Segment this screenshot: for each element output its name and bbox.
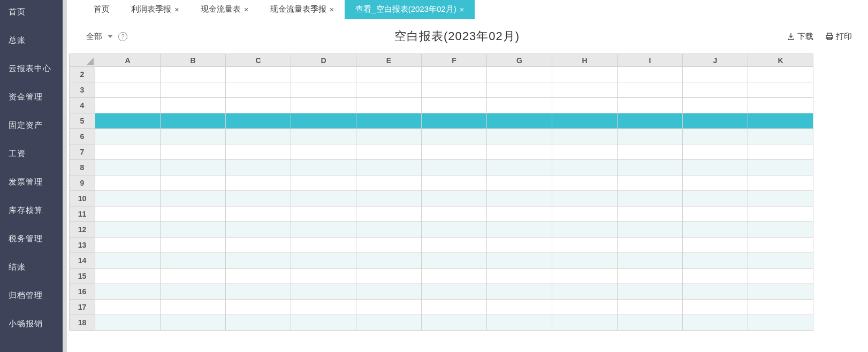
select-all-corner[interactable] bbox=[70, 54, 95, 67]
cell[interactable] bbox=[618, 222, 683, 238]
cell[interactable] bbox=[226, 269, 291, 284]
cell[interactable] bbox=[683, 160, 748, 175]
cell[interactable] bbox=[618, 129, 683, 144]
cell[interactable] bbox=[618, 160, 683, 175]
sidebar-item-funds[interactable]: 资金管理 bbox=[0, 83, 67, 111]
cell[interactable] bbox=[161, 253, 226, 269]
cell[interactable] bbox=[161, 222, 226, 238]
cell[interactable] bbox=[552, 253, 618, 269]
sidebar-item-salary[interactable]: 工资 bbox=[0, 140, 67, 168]
sidebar-scrollbar[interactable] bbox=[63, 0, 67, 352]
cell[interactable] bbox=[95, 144, 161, 160]
cell[interactable] bbox=[422, 98, 487, 113]
sidebar-item-tax[interactable]: 税务管理 bbox=[0, 225, 67, 253]
cell[interactable] bbox=[161, 284, 226, 300]
cell[interactable] bbox=[552, 315, 618, 331]
cell[interactable] bbox=[226, 284, 291, 300]
sidebar-item-fixed-assets[interactable]: 固定资产 bbox=[0, 111, 67, 140]
cell[interactable] bbox=[422, 82, 487, 98]
row-header[interactable]: 18 bbox=[70, 315, 95, 331]
cell[interactable] bbox=[95, 253, 161, 269]
cell[interactable] bbox=[748, 67, 813, 82]
row-header[interactable]: 16 bbox=[70, 284, 95, 300]
cell[interactable] bbox=[291, 269, 356, 284]
cell[interactable] bbox=[618, 284, 683, 300]
cell[interactable] bbox=[552, 269, 618, 284]
tab-home[interactable]: 首页 bbox=[83, 0, 120, 19]
cell[interactable] bbox=[487, 238, 552, 253]
cell[interactable] bbox=[422, 67, 487, 82]
cell[interactable] bbox=[95, 98, 161, 113]
cell[interactable] bbox=[161, 129, 226, 144]
cell[interactable] bbox=[748, 269, 813, 284]
cell[interactable] bbox=[95, 67, 161, 82]
tab-cashflow[interactable]: 现金流量表× bbox=[190, 0, 260, 19]
filter-dropdown[interactable]: 全部 ? bbox=[86, 32, 127, 42]
close-icon[interactable]: × bbox=[330, 5, 334, 14]
cell[interactable] bbox=[291, 129, 356, 144]
cell[interactable] bbox=[487, 160, 552, 175]
cell[interactable] bbox=[487, 98, 552, 113]
cell[interactable] bbox=[487, 67, 552, 82]
cell[interactable] bbox=[291, 160, 356, 175]
cell[interactable] bbox=[552, 98, 618, 113]
cell[interactable] bbox=[552, 160, 618, 175]
help-icon[interactable]: ? bbox=[118, 32, 127, 41]
cell[interactable] bbox=[161, 175, 226, 191]
sidebar-item-archive[interactable]: 归档管理 bbox=[0, 281, 67, 310]
cell[interactable] bbox=[552, 82, 618, 98]
row-header[interactable]: 12 bbox=[70, 222, 95, 238]
cell[interactable] bbox=[291, 238, 356, 253]
cell[interactable] bbox=[487, 315, 552, 331]
cell[interactable] bbox=[618, 253, 683, 269]
cell[interactable] bbox=[422, 206, 487, 222]
column-header[interactable]: B bbox=[161, 54, 226, 67]
tab-profit-quarterly[interactable]: 利润表季报× bbox=[120, 0, 190, 19]
cell[interactable] bbox=[422, 315, 487, 331]
cell[interactable] bbox=[356, 113, 422, 129]
column-header[interactable]: C bbox=[226, 54, 291, 67]
cell[interactable] bbox=[683, 191, 748, 206]
cell[interactable] bbox=[291, 67, 356, 82]
cell[interactable] bbox=[552, 191, 618, 206]
cell[interactable] bbox=[422, 222, 487, 238]
cell[interactable] bbox=[356, 191, 422, 206]
cell[interactable] bbox=[95, 222, 161, 238]
cell[interactable] bbox=[95, 300, 161, 315]
cell[interactable] bbox=[683, 175, 748, 191]
row-header[interactable]: 14 bbox=[70, 253, 95, 269]
cell[interactable] bbox=[95, 82, 161, 98]
cell[interactable] bbox=[422, 113, 487, 129]
cell[interactable] bbox=[487, 82, 552, 98]
cell[interactable] bbox=[748, 206, 813, 222]
cell[interactable] bbox=[487, 269, 552, 284]
cell[interactable] bbox=[226, 175, 291, 191]
cell[interactable] bbox=[422, 129, 487, 144]
cell[interactable] bbox=[422, 284, 487, 300]
tab-cashflow-quarterly[interactable]: 现金流量表季报× bbox=[260, 0, 345, 19]
cell[interactable] bbox=[291, 222, 356, 238]
row-header[interactable]: 9 bbox=[70, 175, 95, 191]
cell[interactable] bbox=[356, 160, 422, 175]
cell[interactable] bbox=[226, 82, 291, 98]
column-header[interactable]: E bbox=[356, 54, 422, 67]
cell[interactable] bbox=[422, 253, 487, 269]
cell[interactable] bbox=[748, 238, 813, 253]
row-header[interactable]: 13 bbox=[70, 238, 95, 253]
cell[interactable] bbox=[226, 206, 291, 222]
cell[interactable] bbox=[356, 98, 422, 113]
cell[interactable] bbox=[95, 129, 161, 144]
close-icon[interactable]: × bbox=[460, 5, 465, 14]
cell[interactable] bbox=[683, 315, 748, 331]
cell[interactable] bbox=[748, 98, 813, 113]
cell[interactable] bbox=[95, 206, 161, 222]
cell[interactable] bbox=[683, 238, 748, 253]
cell[interactable] bbox=[618, 98, 683, 113]
cell[interactable] bbox=[226, 253, 291, 269]
download-button[interactable]: 下载 bbox=[787, 32, 813, 42]
cell[interactable] bbox=[487, 191, 552, 206]
cell[interactable] bbox=[291, 253, 356, 269]
column-header[interactable]: I bbox=[618, 54, 683, 67]
cell[interactable] bbox=[618, 191, 683, 206]
cell[interactable] bbox=[552, 206, 618, 222]
